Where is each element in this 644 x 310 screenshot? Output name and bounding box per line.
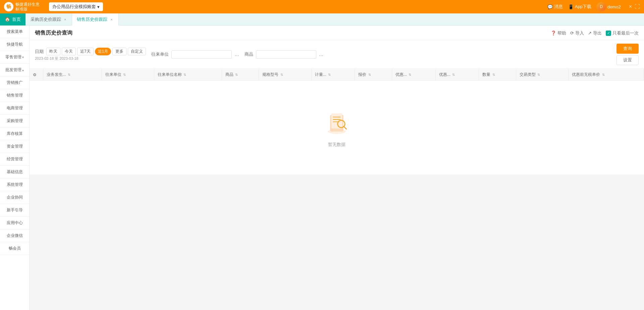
date-filter-group: 日期 昨天 今天 近7天 近1月 更多 自定义 2023-02-18 至 202… bbox=[35, 48, 146, 61]
table-col-gear[interactable]: ⚙ bbox=[30, 69, 43, 81]
date-range-text: 2023-02-18 至 2023-03-18 bbox=[35, 56, 146, 61]
page-title: 销售历史价查询 bbox=[35, 30, 72, 37]
table-col-quote[interactable]: 报价 ⇅ bbox=[355, 69, 392, 81]
header-left: 畅 畅捷通好生意 标准版 办公用品行业模拟账套 ▾ bbox=[4, 2, 103, 12]
partner-dots[interactable]: ... bbox=[234, 51, 239, 57]
tab-purchase-history[interactable]: 采购历史价跟踪 × bbox=[26, 13, 72, 25]
table-col-spec[interactable]: 规格型号 ⇅ bbox=[259, 69, 311, 81]
table-col-partner-code[interactable]: 往来单位 ⇅ bbox=[102, 69, 154, 81]
sort-icon: ⇅ bbox=[328, 73, 331, 76]
sort-icon: ⇅ bbox=[409, 73, 411, 76]
date-btn-today[interactable]: 今天 bbox=[62, 48, 76, 55]
sidebar-item-business-mgmt[interactable]: 经营管理 bbox=[0, 153, 29, 166]
table-col-quantity[interactable]: 数量 ⇅ bbox=[479, 69, 516, 81]
maximize-window-button[interactable]: ⛶ bbox=[635, 4, 640, 10]
sidebar-item-search-menu[interactable]: 搜索菜单 bbox=[0, 25, 29, 38]
filter-area: 日期 昨天 今天 近7天 近1月 更多 自定义 2023-02-18 至 202… bbox=[30, 40, 644, 69]
sidebar-item-purchase-mgmt[interactable]: 采购管理 bbox=[0, 115, 29, 127]
import-icon: ⟳ bbox=[570, 31, 574, 36]
empty-text: 暂无数据 bbox=[328, 142, 345, 148]
tab-home[interactable]: 🏠 首页 bbox=[0, 13, 26, 25]
avatar: D bbox=[597, 2, 606, 11]
sidebar-item-sales-mgmt[interactable]: 销售管理 bbox=[0, 89, 29, 102]
sort-icon: ⇅ bbox=[183, 73, 186, 76]
date-buttons: 昨天 今天 近7天 近1月 更多 自定义 bbox=[46, 48, 146, 55]
sort-icon: ⇅ bbox=[602, 73, 605, 76]
sidebar-item-system-mgmt[interactable]: 系统管理 bbox=[0, 178, 29, 191]
date-btn-last7days[interactable]: 近7天 bbox=[77, 48, 94, 55]
close-purchase-tab-button[interactable]: × bbox=[63, 17, 67, 22]
chevron-down-icon: ▾ bbox=[97, 4, 100, 9]
message-icon: 💬 bbox=[547, 4, 553, 9]
only-last-checkbox[interactable]: ✓ 只看最后一次 bbox=[606, 30, 639, 36]
app-download-action[interactable]: 📱 App下载 bbox=[568, 4, 591, 10]
sidebar-item-member[interactable]: 畅会员 bbox=[0, 242, 29, 255]
sidebar-item-basic-info[interactable]: 基础信息 bbox=[0, 166, 29, 178]
table-col-partner-name[interactable]: 往来单位名称 ⇅ bbox=[154, 69, 222, 81]
home-icon: 🏠 bbox=[5, 17, 10, 22]
checkbox-icon: ✓ bbox=[606, 31, 611, 36]
tab-sales-history[interactable]: 销售历史价跟踪 × bbox=[72, 13, 118, 25]
filter-right-buttons: 查询 设置 bbox=[616, 44, 639, 65]
sidebar-item-marketing[interactable]: 营销推广 bbox=[0, 76, 29, 89]
goods-label: 商品 bbox=[245, 51, 253, 57]
date-btn-last1month[interactable]: 近1月 bbox=[95, 48, 111, 55]
date-btn-yesterday[interactable]: 昨天 bbox=[46, 48, 60, 55]
sidebar-item-app-center[interactable]: 应用中心 bbox=[0, 217, 29, 229]
sidebar-item-finance-mgmt[interactable]: 资金管理 bbox=[0, 140, 29, 153]
date-label: 日期 bbox=[35, 49, 44, 55]
empty-icon bbox=[322, 107, 352, 138]
sidebar-item-inventory[interactable]: 库存核算 bbox=[0, 127, 29, 140]
export-action[interactable]: ↗ 导出 bbox=[588, 30, 602, 36]
svg-rect-2 bbox=[331, 113, 342, 128]
sidebar-item-quick-nav[interactable]: 快捷导航 bbox=[0, 38, 29, 51]
sidebar-item-wholesale-mgmt[interactable]: 批发管理 ▴ bbox=[0, 64, 29, 76]
window-controls: × ⛶ bbox=[629, 4, 640, 10]
data-table: ⚙ 业务发生... ⇅ 往来单位 ⇅ 往来单位名称 bbox=[30, 69, 644, 81]
header-right: 💬 消息 📱 App下载 D demo2 × ⛶ bbox=[547, 2, 640, 11]
table-header-row: ⚙ 业务发生... ⇅ 往来单位 ⇅ 往来单位名称 bbox=[30, 69, 644, 81]
sort-icon: ⇅ bbox=[280, 73, 283, 76]
table-area: ⚙ 业务发生... ⇅ 往来单位 ⇅ 往来单位名称 bbox=[30, 69, 644, 174]
table-col-discount2[interactable]: 优惠... ⇅ bbox=[435, 69, 479, 81]
search-menu-label: 搜索菜单 bbox=[7, 29, 23, 35]
sort-icon: ⇅ bbox=[68, 73, 70, 76]
user-avatar-area[interactable]: D demo2 bbox=[597, 2, 621, 11]
partner-input[interactable] bbox=[171, 50, 232, 59]
tab-bar: 🏠 首页 采购历史价跟踪 × 销售历史价跟踪 × bbox=[0, 13, 644, 25]
logo-area: 畅 畅捷通好生意 标准版 bbox=[4, 2, 40, 12]
sidebar-item-enterprise-wechat[interactable]: 企业微信 bbox=[0, 229, 29, 242]
export-icon: ↗ bbox=[588, 31, 592, 36]
goods-input[interactable] bbox=[256, 50, 316, 59]
content-area: 销售历史价查询 ❓ 帮助 ⟳ 导入 ↗ 导出 ✓ bbox=[30, 25, 644, 310]
sidebar-item-enterprise-coop[interactable]: 企业协同 bbox=[0, 191, 29, 204]
date-btn-more[interactable]: 更多 bbox=[112, 48, 126, 55]
sidebar-item-retail-mgmt[interactable]: 零售管理 ▾ bbox=[0, 51, 29, 64]
goods-filter-group: 商品 ... bbox=[245, 50, 323, 59]
table-col-discount1[interactable]: 优惠... ⇅ bbox=[392, 69, 436, 81]
help-action[interactable]: ❓ 帮助 bbox=[551, 30, 566, 36]
account-dropdown[interactable]: 办公用品行业模拟账套 ▾ bbox=[49, 2, 103, 11]
table-col-pre-tax-price[interactable]: 优惠前无税单价 ⇅ bbox=[569, 69, 644, 81]
table-col-transaction-type[interactable]: 交易类型 ⇅ bbox=[516, 69, 569, 81]
import-action[interactable]: ⟳ 导入 bbox=[570, 30, 584, 36]
sort-icon: ⇅ bbox=[492, 73, 495, 76]
query-button[interactable]: 查询 bbox=[616, 44, 639, 54]
sidebar-item-new-guide[interactable]: 新手引导 bbox=[0, 204, 29, 217]
svg-line-7 bbox=[344, 126, 346, 129]
close-sales-tab-button[interactable]: × bbox=[109, 17, 113, 22]
table-col-business-date[interactable]: 业务发生... ⇅ bbox=[43, 69, 102, 81]
settings-button[interactable]: 设置 bbox=[616, 55, 639, 65]
close-window-button[interactable]: × bbox=[629, 4, 632, 10]
message-action[interactable]: 💬 消息 bbox=[547, 4, 563, 10]
sort-icon: ⇅ bbox=[235, 73, 238, 76]
date-btn-custom[interactable]: 自定义 bbox=[128, 48, 146, 55]
table-col-unit[interactable]: 计量... ⇅ bbox=[311, 69, 355, 81]
sort-icon: ⇅ bbox=[452, 73, 455, 76]
table-col-goods[interactable]: 商品 ⇅ bbox=[222, 69, 259, 81]
app-download-icon: 📱 bbox=[568, 4, 574, 9]
logo-text: 畅捷通好生意 标准版 bbox=[15, 2, 40, 12]
sidebar-item-ecommerce-mgmt[interactable]: 电商管理 bbox=[0, 102, 29, 115]
page-actions: ❓ 帮助 ⟳ 导入 ↗ 导出 ✓ 只看最后一次 bbox=[551, 30, 639, 36]
goods-dots[interactable]: ... bbox=[319, 51, 323, 57]
